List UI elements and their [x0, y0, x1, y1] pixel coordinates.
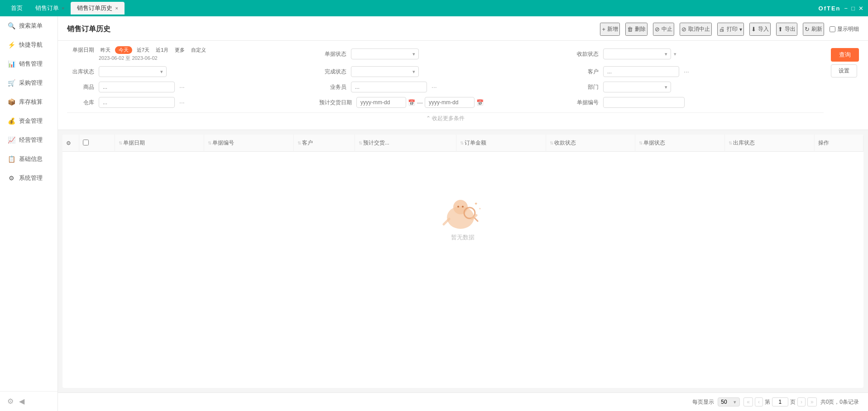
- date-today[interactable]: 今天: [115, 46, 132, 54]
- product-more-btn[interactable]: ···: [177, 83, 187, 91]
- sidebar-item-system[interactable]: ⚙ 系统管理: [0, 169, 58, 188]
- query-button[interactable]: 查询: [831, 48, 859, 62]
- date-last1m[interactable]: 近1月: [154, 46, 170, 54]
- sort-payment[interactable]: 收款状态: [550, 139, 632, 147]
- th-payment[interactable]: 收款状态: [546, 135, 635, 152]
- sort-bill-status[interactable]: 单据状态: [639, 139, 721, 147]
- cancel-stop-button[interactable]: ⊘ 取消中止: [680, 23, 712, 36]
- setting-button[interactable]: 设置: [831, 64, 857, 77]
- th-checkbox[interactable]: [79, 135, 115, 152]
- tab-home[interactable]: 首页: [5, 2, 29, 15]
- date-more[interactable]: 更多: [173, 46, 187, 54]
- sidebar-item-quicknav[interactable]: ⚡ 快捷导航: [0, 35, 58, 54]
- delivery-end-input[interactable]: [425, 97, 475, 108]
- bill-status-select[interactable]: [351, 48, 419, 59]
- tab-sales-order[interactable]: 销售订单 ×: [29, 2, 71, 15]
- empty-state-row: ✦ ✦ 暂无数据: [62, 152, 863, 278]
- th-no[interactable]: 单据编号: [204, 135, 294, 152]
- baseinfo-icon: 📋: [7, 155, 15, 163]
- complete-status-select[interactable]: [351, 66, 419, 77]
- delete-button[interactable]: 🗑 删除: [625, 23, 647, 36]
- stop-button[interactable]: ⊘ 中止: [653, 23, 674, 36]
- sales-icon: 📊: [7, 60, 15, 68]
- calendar-start-icon[interactable]: 📅: [408, 99, 415, 106]
- refresh-button[interactable]: ↻ 刷新: [803, 23, 824, 36]
- import-button[interactable]: ⬇ 导入: [749, 23, 771, 36]
- payment-status-select[interactable]: [603, 48, 671, 59]
- collapse-label: 收起更多条件: [432, 115, 465, 121]
- th-out-status[interactable]: 出库状态: [725, 135, 815, 152]
- close-btn[interactable]: ✕: [858, 5, 863, 12]
- filter-row-3: 商品 ··· 业务员 ··· 部门: [67, 82, 824, 92]
- date-custom[interactable]: 自定义: [189, 46, 208, 54]
- sidebar-item-sales[interactable]: 📊 销售管理: [0, 54, 58, 73]
- warehouse-more-btn[interactable]: ···: [177, 99, 187, 106]
- table-settings-icon[interactable]: ⚙: [66, 140, 71, 146]
- filter-product-cell: 商品 ···: [67, 82, 319, 92]
- new-button[interactable]: + 新增: [600, 23, 620, 36]
- show-detail-checkbox[interactable]: [830, 26, 835, 32]
- page-number-input[interactable]: [772, 397, 788, 406]
- delivery-start-input[interactable]: [356, 97, 406, 108]
- customer-more-btn[interactable]: ···: [682, 68, 691, 75]
- date-filter-options: 昨天 今天 近7天 近1月 更多 自定义 2023-06-02 至 2023-0…: [99, 46, 208, 62]
- page-size-select-wrapper: 10 20 50 100: [718, 397, 740, 406]
- filter-department-cell: 部门: [571, 82, 824, 92]
- sidebar-item-inventory[interactable]: 📦 库存核算: [0, 92, 58, 111]
- sort-no[interactable]: 单据编号: [208, 139, 290, 147]
- sidebar-collapse-icon[interactable]: ◀: [19, 397, 24, 406]
- sidebar-item-purchase[interactable]: 🛒 采购管理: [0, 73, 58, 92]
- th-delivery[interactable]: 预计交货...: [355, 135, 456, 152]
- sort-delivery[interactable]: 预计交货...: [359, 139, 452, 147]
- filter-delivery-cell: 预计交货日期 📅 — 📅: [319, 97, 571, 108]
- filter-bill-status-cell: 单据状态: [319, 48, 571, 59]
- prev-page-btn[interactable]: ‹: [755, 397, 763, 406]
- page-size-select[interactable]: 10 20 50 100: [718, 397, 740, 406]
- page-label: 第: [765, 398, 770, 406]
- system-icon: ⚙: [7, 174, 15, 182]
- first-page-btn[interactable]: «: [743, 397, 753, 406]
- department-select[interactable]: [603, 82, 671, 92]
- export-button[interactable]: ⬆ 导出: [776, 23, 797, 36]
- select-all-checkbox[interactable]: [83, 140, 89, 145]
- th-settings[interactable]: ⚙: [62, 135, 79, 152]
- date-last7[interactable]: 近7天: [135, 46, 151, 54]
- tab-sales-history-close[interactable]: ×: [115, 5, 118, 11]
- export-label: 导出: [785, 25, 796, 33]
- sort-date[interactable]: 单据日期: [119, 139, 201, 147]
- th-date[interactable]: 单据日期: [115, 135, 204, 152]
- tab-sales-order-close[interactable]: ×: [62, 5, 64, 11]
- bill-no-input[interactable]: [603, 97, 685, 108]
- product-input[interactable]: [99, 82, 175, 92]
- sidebar-item-search[interactable]: 🔍 搜索菜单: [0, 16, 58, 35]
- th-bill-status-label: 单据状态: [643, 139, 665, 147]
- table-area: ⚙ 单据日期 单据编号: [62, 135, 863, 388]
- maximize-btn[interactable]: □: [851, 5, 855, 12]
- filter-salesperson-cell: 业务员 ···: [319, 82, 571, 92]
- customer-input[interactable]: [603, 66, 679, 77]
- date-yesterday[interactable]: 昨天: [99, 46, 112, 54]
- th-bill-status[interactable]: 单据状态: [635, 135, 725, 152]
- next-page-btn[interactable]: ›: [797, 397, 806, 406]
- sort-customer[interactable]: 客户: [297, 139, 350, 147]
- tab-sales-history[interactable]: 销售订单历史 ×: [71, 2, 124, 15]
- import-label: 导入: [758, 25, 769, 33]
- th-customer[interactable]: 客户: [294, 135, 355, 152]
- salesperson-input[interactable]: [351, 82, 427, 92]
- sidebar-item-finance[interactable]: 💰 资金管理: [0, 111, 58, 131]
- sort-out-status[interactable]: 出库状态: [729, 139, 810, 147]
- salesperson-more-btn[interactable]: ···: [430, 83, 439, 91]
- calendar-end-icon[interactable]: 📅: [476, 99, 484, 106]
- last-page-btn[interactable]: »: [807, 397, 817, 406]
- minimize-btn[interactable]: −: [844, 5, 848, 12]
- sidebar-item-operations[interactable]: 📈 经营管理: [0, 131, 58, 150]
- print-button[interactable]: 🖨 打印 ▾: [717, 23, 744, 36]
- sidebar-item-baseinfo[interactable]: 📋 基础信息: [0, 150, 58, 169]
- collapse-button[interactable]: ⌃ 收起更多条件: [426, 115, 465, 122]
- out-status-select[interactable]: [99, 66, 167, 77]
- sort-amount[interactable]: 订单金额: [460, 139, 542, 147]
- warehouse-input[interactable]: [99, 97, 175, 108]
- sidebar-settings-icon[interactable]: ⚙: [7, 397, 14, 406]
- delivery-date-label: 预计交货日期: [319, 99, 352, 106]
- th-amount[interactable]: 订单金额: [456, 135, 546, 152]
